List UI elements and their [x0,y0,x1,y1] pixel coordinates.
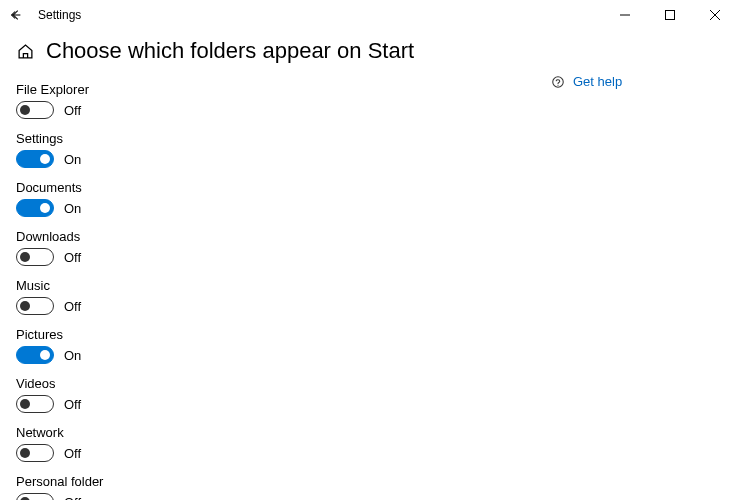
close-button[interactable] [692,0,737,30]
toggle-item-downloads: DownloadsOff [16,229,551,266]
toggle-row-music: Off [16,297,551,315]
toggle-label-network: Network [16,425,551,440]
toggle-state-videos: Off [64,397,81,412]
get-help-link[interactable]: Get help [551,74,721,89]
toggle-switch-videos[interactable] [16,395,54,413]
toggle-row-personal-folder: Off [16,493,551,500]
toggle-state-file-explorer: Off [64,103,81,118]
toggle-row-videos: Off [16,395,551,413]
maximize-button[interactable] [647,0,692,30]
toggle-state-documents: On [64,201,81,216]
toggle-switch-file-explorer[interactable] [16,101,54,119]
toggle-row-file-explorer: Off [16,101,551,119]
page-header: Choose which folders appear on Start [16,38,551,64]
back-button[interactable] [8,7,24,23]
toggle-label-personal-folder: Personal folder [16,474,551,489]
toggle-state-settings: On [64,152,81,167]
svg-point-2 [557,84,558,85]
toggle-list: File ExplorerOffSettingsOnDocumentsOnDow… [16,82,551,500]
toggle-label-settings: Settings [16,131,551,146]
toggle-state-downloads: Off [64,250,81,265]
toggle-label-videos: Videos [16,376,551,391]
toggle-state-music: Off [64,299,81,314]
page-title: Choose which folders appear on Start [46,38,414,64]
toggle-item-settings: SettingsOn [16,131,551,168]
minimize-button[interactable] [602,0,647,30]
side-column: Get help [551,38,721,500]
help-icon [551,75,565,89]
toggle-item-pictures: PicturesOn [16,327,551,364]
toggle-knob [20,399,30,409]
home-button[interactable] [16,42,34,60]
toggle-item-videos: VideosOff [16,376,551,413]
toggle-switch-personal-folder[interactable] [16,493,54,500]
toggle-state-pictures: On [64,348,81,363]
toggle-knob [20,105,30,115]
toggle-knob [20,301,30,311]
toggle-label-pictures: Pictures [16,327,551,342]
window-controls [602,0,737,30]
toggle-switch-documents[interactable] [16,199,54,217]
toggle-switch-network[interactable] [16,444,54,462]
home-icon [17,43,34,60]
toggle-label-documents: Documents [16,180,551,195]
toggle-switch-music[interactable] [16,297,54,315]
toggle-knob [40,154,50,164]
content: Choose which folders appear on Start Fil… [0,30,737,500]
app-title: Settings [38,8,81,22]
titlebar-left: Settings [8,7,81,23]
toggle-state-network: Off [64,446,81,461]
toggle-label-file-explorer: File Explorer [16,82,551,97]
toggle-item-documents: DocumentsOn [16,180,551,217]
toggle-item-music: MusicOff [16,278,551,315]
toggle-row-downloads: Off [16,248,551,266]
toggle-item-file-explorer: File ExplorerOff [16,82,551,119]
svg-rect-0 [665,11,674,20]
close-icon [710,10,720,20]
toggle-state-personal-folder: Off [64,495,81,501]
toggle-knob [20,448,30,458]
toggle-switch-downloads[interactable] [16,248,54,266]
titlebar: Settings [0,0,737,30]
toggle-item-network: NetworkOff [16,425,551,462]
get-help-label: Get help [573,74,622,89]
minimize-icon [620,10,630,20]
toggle-knob [40,350,50,360]
toggle-row-pictures: On [16,346,551,364]
toggle-row-documents: On [16,199,551,217]
toggle-row-settings: On [16,150,551,168]
main-column: Choose which folders appear on Start Fil… [16,38,551,500]
toggle-knob [40,203,50,213]
toggle-switch-pictures[interactable] [16,346,54,364]
maximize-icon [665,10,675,20]
toggle-switch-settings[interactable] [16,150,54,168]
toggle-label-music: Music [16,278,551,293]
arrow-left-icon [9,8,23,22]
toggle-row-network: Off [16,444,551,462]
toggle-knob [20,252,30,262]
toggle-item-personal-folder: Personal folderOff [16,474,551,500]
toggle-label-downloads: Downloads [16,229,551,244]
